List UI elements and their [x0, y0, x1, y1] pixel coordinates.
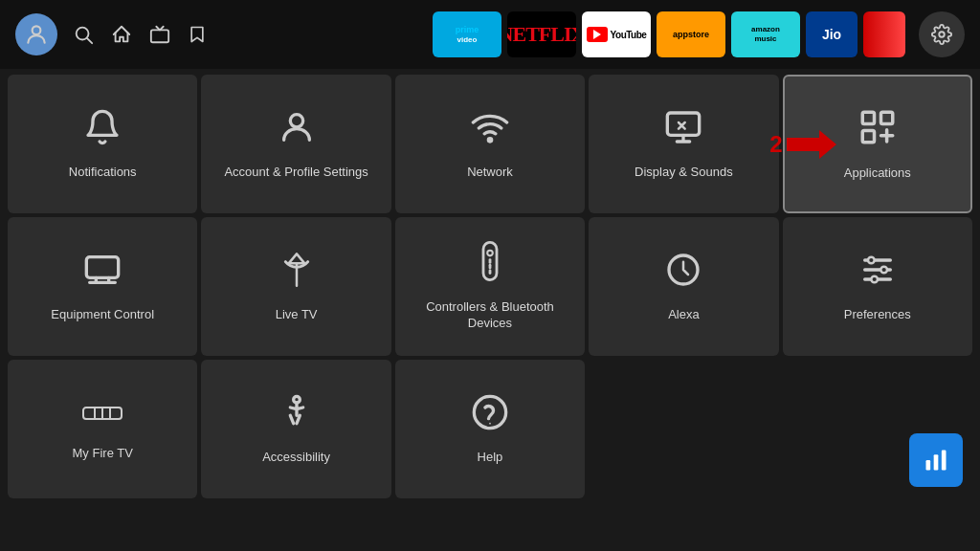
svg-point-0	[33, 26, 41, 34]
notifications-label: Notifications	[69, 165, 137, 181]
grid-cell-network[interactable]: Network	[395, 75, 585, 213]
svg-rect-10	[880, 112, 892, 123]
app-amazonmusic[interactable]: amazonmusic	[731, 11, 800, 57]
bell-icon	[83, 108, 122, 155]
float-analytics-button[interactable]	[909, 433, 963, 487]
my-fire-tv-label: My Fire TV	[73, 446, 133, 462]
svg-point-22	[868, 256, 875, 263]
antenna-icon	[278, 251, 316, 298]
svg-point-14	[487, 251, 493, 256]
equipment-control-label: Equipment Control	[51, 307, 154, 323]
annotation-number: 2	[769, 131, 782, 158]
home-icon[interactable]	[111, 24, 132, 45]
settings-grid: Notifications Account & Profile Settings	[0, 69, 980, 504]
person-icon	[278, 108, 316, 155]
svg-rect-12	[87, 256, 119, 277]
empty-cell-1	[589, 360, 778, 498]
svg-point-23	[880, 266, 887, 273]
svg-point-31	[489, 422, 491, 424]
app-primevideo[interactable]: prime video	[433, 11, 501, 57]
remote-icon	[477, 241, 503, 290]
alexa-icon	[664, 251, 702, 298]
svg-line-2	[87, 38, 92, 43]
grid-cell-notifications[interactable]: Notifications	[8, 75, 197, 213]
grid-cell-help[interactable]: Help	[395, 360, 585, 498]
nav-icons	[73, 24, 207, 45]
nav-apps: prime video NETFLIX YouTube appstore ama…	[433, 11, 905, 57]
wifi-icon	[471, 108, 509, 155]
svg-rect-32	[926, 460, 931, 471]
accessibility-icon	[278, 393, 316, 440]
svg-rect-11	[862, 130, 874, 142]
firetv-icon	[81, 396, 123, 436]
svg-rect-33	[934, 454, 939, 470]
settings-gear-button[interactable]	[919, 11, 965, 57]
display-icon	[664, 108, 702, 155]
grid-cell-applications[interactable]: Applications	[783, 75, 972, 213]
app-jio[interactable]: Jio	[806, 11, 858, 57]
grid-cell-my-fire-tv[interactable]: My Fire TV	[8, 360, 197, 498]
apps-icon	[858, 107, 898, 156]
preferences-label: Preferences	[844, 307, 911, 323]
tv-icon[interactable]	[149, 24, 170, 45]
app-netflix[interactable]: NETFLIX	[507, 11, 576, 57]
account-profile-label: Account & Profile Settings	[224, 165, 368, 181]
app-youtube[interactable]: YouTube	[582, 11, 651, 57]
grid-cell-accessibility[interactable]: Accessibility	[201, 360, 390, 498]
bookmark-icon[interactable]	[188, 24, 207, 45]
svg-point-5	[290, 114, 302, 126]
sliders-icon	[858, 251, 897, 298]
app-red-tile[interactable]	[863, 11, 905, 57]
monitor-icon	[83, 251, 122, 298]
grid-cell-preferences[interactable]: Preferences	[783, 217, 972, 356]
svg-point-4	[939, 32, 945, 37]
app-appstore[interactable]: appstore	[657, 11, 725, 57]
settings-grid-wrapper: Notifications Account & Profile Settings	[0, 69, 980, 504]
svg-rect-9	[862, 112, 874, 123]
svg-rect-3	[151, 30, 168, 42]
top-nav: prime video NETFLIX YouTube appstore ama…	[0, 0, 980, 69]
network-label: Network	[467, 165, 513, 181]
grid-cell-account-profile[interactable]: Account & Profile Settings	[201, 75, 390, 213]
help-label: Help	[478, 450, 503, 466]
grid-cell-live-tv[interactable]: Live TV	[201, 217, 390, 356]
svg-point-24	[871, 276, 878, 282]
accessibility-label: Accessibility	[262, 450, 330, 466]
alexa-label: Alexa	[668, 307, 700, 323]
help-icon	[471, 393, 509, 440]
grid-cell-display-sounds[interactable]: Display & Sounds 2	[589, 75, 778, 213]
svg-point-6	[488, 138, 491, 141]
display-sounds-label: Display & Sounds	[635, 165, 733, 181]
controllers-bluetooth-label: Controllers & Bluetooth Devices	[403, 299, 577, 332]
applications-label: Applications	[844, 165, 911, 182]
live-tv-label: Live TV	[276, 307, 318, 323]
grid-cell-alexa[interactable]: Alexa	[589, 217, 778, 356]
svg-rect-34	[942, 451, 947, 471]
search-icon[interactable]	[73, 24, 94, 45]
avatar[interactable]	[15, 13, 57, 55]
grid-cell-controllers-bluetooth[interactable]: Controllers & Bluetooth Devices	[395, 217, 585, 356]
grid-cell-equipment-control[interactable]: Equipment Control	[8, 217, 197, 356]
